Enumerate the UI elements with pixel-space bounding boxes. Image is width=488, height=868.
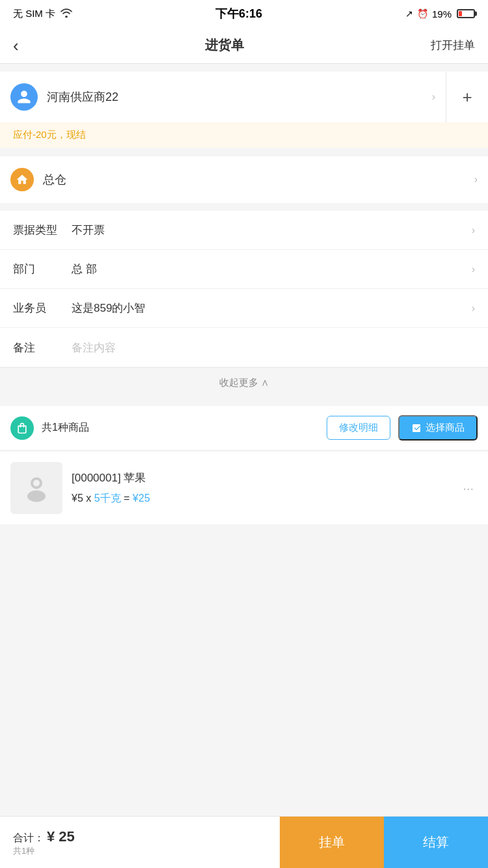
- department-value: 总 部: [72, 262, 467, 277]
- svg-point-2: [33, 480, 40, 487]
- form-section: 票据类型 不开票 › 部门 总 部 › 业务员 这是859的小智 › 备注 备注…: [0, 211, 488, 367]
- checkout-button[interactable]: 结算: [384, 817, 488, 868]
- person-icon: [16, 89, 32, 105]
- department-label: 部门: [13, 262, 72, 277]
- invoice-chevron-icon: ›: [472, 224, 475, 236]
- warehouse-icon: [10, 168, 34, 191]
- department-chevron-icon: ›: [472, 264, 475, 275]
- invoice-label: 票据类型: [13, 223, 72, 237]
- total-label: 合计：: [13, 832, 44, 845]
- hang-button[interactable]: 挂单: [280, 817, 384, 868]
- supplier-name: 河南供应商22: [47, 89, 427, 105]
- select-product-label: 选择商品: [426, 422, 465, 434]
- add-supplier-button[interactable]: +: [446, 72, 488, 122]
- product-unit-price: ¥5: [72, 493, 83, 504]
- warning-bar: 应付-20元，现结: [0, 122, 488, 148]
- home-icon: [16, 173, 29, 186]
- salesperson-label: 业务员: [13, 301, 72, 316]
- remark-input[interactable]: 备注内容: [72, 340, 475, 355]
- status-right: ↗ ⏰ 19%: [405, 8, 475, 20]
- gap-1: [0, 64, 488, 72]
- product-thumbnail: 智+: [10, 462, 62, 514]
- supplier-chevron-icon: ›: [432, 91, 435, 103]
- supplier-avatar: [10, 83, 38, 111]
- nav-bar: ‹ 进货单 打开挂单: [0, 27, 488, 64]
- add-product-icon: [411, 423, 422, 433]
- back-button[interactable]: ‹: [13, 37, 19, 54]
- select-product-button[interactable]: 选择商品: [398, 415, 478, 441]
- product-price: ¥5 x 5千克 = ¥25: [72, 492, 459, 506]
- shopping-bag-icon: [16, 422, 29, 435]
- supplier-section: 河南供应商22 › +: [0, 72, 488, 122]
- product-multiplier: x: [86, 493, 91, 504]
- open-pending-button[interactable]: 打开挂单: [431, 38, 475, 53]
- collapse-bar[interactable]: 收起更多 ∧: [0, 367, 488, 398]
- product-total: ¥25: [133, 493, 150, 504]
- supplier-main[interactable]: 河南供应商22 ›: [0, 72, 446, 122]
- total-sub: 共1种: [13, 845, 267, 857]
- product-header: 共1种商品 修改明细 选择商品: [0, 406, 488, 450]
- department-row[interactable]: 部门 总 部 ›: [0, 250, 488, 289]
- wifi-icon: [61, 8, 72, 20]
- salesperson-row[interactable]: 业务员 这是859的小智 ›: [0, 289, 488, 328]
- product-info: [0000001] 苹果 ¥5 x 5千克 = ¥25: [72, 470, 459, 506]
- battery-percent: 19%: [432, 8, 452, 20]
- product-equals: =: [124, 493, 129, 504]
- warehouse-section[interactable]: 总仓 ›: [0, 156, 488, 203]
- product-name: [0000001] 苹果: [72, 470, 459, 485]
- gap-3: [0, 203, 488, 211]
- alarm-icon: ⏰: [417, 8, 428, 19]
- gap-2: [0, 148, 488, 156]
- status-bar: 无 SIM 卡 下午6:16 ↗ ⏰ 19%: [0, 0, 488, 27]
- invoice-value: 不开票: [72, 223, 467, 237]
- salesperson-value: 这是859的小智: [72, 301, 467, 316]
- svg-text:智+: 智+: [33, 494, 40, 498]
- modify-detail-button[interactable]: 修改明细: [327, 416, 390, 440]
- location-icon: ↗: [405, 8, 413, 19]
- product-placeholder-icon: 智+: [20, 472, 53, 504]
- total-section: 合计： ¥ 25 共1种: [0, 817, 280, 868]
- product-more-button[interactable]: ···: [459, 481, 478, 496]
- invoice-row[interactable]: 票据类型 不开票 ›: [0, 211, 488, 250]
- product-quantity: 5千克: [94, 493, 121, 504]
- nav-title: 进货单: [205, 36, 244, 54]
- battery-icon: [457, 9, 475, 18]
- product-item: 智+ [0000001] 苹果 ¥5 x 5千克 = ¥25 ···: [0, 451, 488, 524]
- status-time: 下午6:16: [215, 6, 262, 21]
- status-left: 无 SIM 卡: [13, 8, 72, 20]
- remark-label: 备注: [13, 340, 72, 355]
- bottom-bar: 合计： ¥ 25 共1种 挂单 结算: [0, 816, 488, 868]
- salesperson-chevron-icon: ›: [472, 303, 475, 314]
- carrier-label: 无 SIM 卡: [13, 8, 55, 20]
- product-count: 共1种商品: [42, 421, 319, 435]
- bottom-spacer: [0, 524, 488, 583]
- gap-4: [0, 398, 488, 406]
- remark-row[interactable]: 备注 备注内容: [0, 328, 488, 367]
- product-icon: [10, 416, 34, 440]
- warehouse-chevron-icon: ›: [474, 174, 478, 185]
- total-amount: ¥ 25: [47, 828, 75, 845]
- warehouse-name: 总仓: [43, 172, 469, 187]
